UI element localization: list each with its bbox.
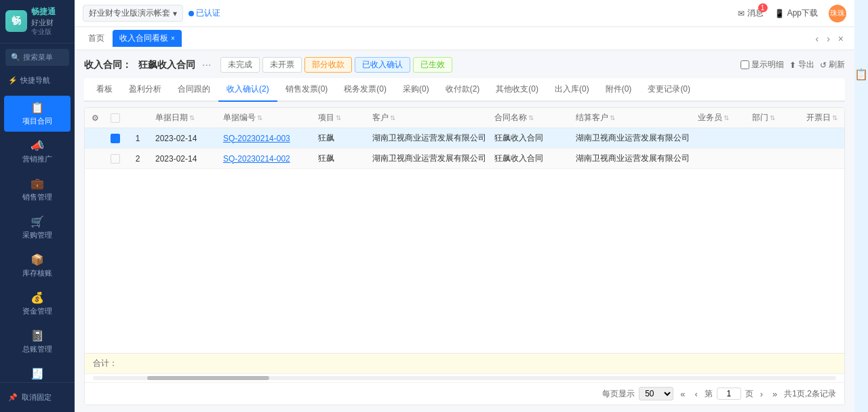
topbar-left: 好业财专业版演示帐套 ▾ 已认证 (83, 5, 220, 22)
next-page-button[interactable]: › (757, 388, 766, 400)
row1-sales (692, 128, 747, 148)
row1-set (85, 128, 105, 148)
subtab-warehouse[interactable]: 出入库(0) (547, 78, 597, 102)
row1-contract: 狂飙收入合同 (489, 128, 570, 148)
sidebar-item-marketing[interactable]: 📣 营销推广 (4, 134, 71, 170)
quick-nav-item[interactable]: ⚡ 快捷导航 (5, 73, 69, 88)
scrollbar-track (93, 376, 836, 380)
general-ledger-icon: 📓 (31, 329, 44, 342)
row2-opendate (801, 149, 844, 168)
row2-docno[interactable]: SQ-20230214-002 (218, 149, 313, 168)
subtab-profit[interactable]: 盈利分析 (121, 78, 170, 102)
horizontal-scrollbar[interactable] (85, 373, 844, 382)
subtab-payment[interactable]: 收付款(2) (437, 78, 488, 102)
sidebar-item-project-contract[interactable]: 📋 项目合同 (4, 96, 71, 132)
search-menu-button[interactable]: 🔍 搜索菜单 (5, 49, 69, 66)
subtabs: 看板 盈利分析 合同跟的 收入确认(2) 销售发票(0) 税务发票(0) 采购(… (84, 78, 845, 102)
status-confirmed[interactable]: 已收入确认 (355, 57, 410, 73)
subtab-purchase[interactable]: 采购(0) (395, 78, 437, 102)
show-detail-checkbox[interactable] (741, 60, 749, 69)
th-dept[interactable]: 部门 ⇅ (747, 108, 801, 128)
avatar: 珠珠 (829, 5, 846, 22)
message-icon: ✉ (738, 9, 745, 18)
header-checkbox[interactable] (111, 113, 120, 123)
purchase-icon: 🛒 (31, 215, 44, 228)
table-row[interactable]: 2 2023-02-14 SQ-20230214-002 狂飙 湖南卫视商业运营… (85, 149, 844, 169)
th-customer[interactable]: 客户 ⇅ (367, 108, 489, 128)
sort-docno-icon: ⇅ (257, 114, 262, 121)
subtab-contract-track[interactable]: 合同跟的 (170, 78, 218, 102)
sidebar-item-funds[interactable]: 💰 资金管理 (4, 286, 71, 322)
th-docno[interactable]: 单据编号 ⇅ (218, 108, 313, 128)
close-tab-icon[interactable]: × (171, 35, 175, 42)
row2-checkbox[interactable] (111, 154, 120, 164)
message-action[interactable]: ✉ 消息 1 (738, 7, 764, 19)
show-detail-checkbox-label[interactable]: 显示明细 (741, 59, 784, 71)
tab-close-button[interactable]: × (835, 32, 846, 45)
status-partial-received[interactable]: 部分收款 (304, 57, 352, 73)
sort-result-customer-icon: ⇅ (610, 114, 615, 121)
page-number-input[interactable] (717, 388, 741, 400)
search-icon: 🔍 (11, 53, 20, 62)
export-action[interactable]: ⬆ 导出 (789, 59, 814, 71)
contract-header: 收入合同： 狂飙收入合同 ··· 未完成 未开票 部分收款 已收入确认 已生效 … (84, 57, 845, 73)
status-in-effect[interactable]: 已生效 (413, 57, 452, 73)
subtab-sales-invoice[interactable]: 销售发票(0) (277, 78, 336, 102)
row2-dept (747, 149, 801, 168)
sidebar-item-sales[interactable]: 💼 销售管理 (4, 172, 71, 208)
row2-contract: 狂飙收入合同 (489, 149, 570, 168)
status-not-done[interactable]: 未完成 (220, 57, 260, 73)
sidebar-item-purchase[interactable]: 🛒 采购管理 (4, 210, 71, 246)
sort-date-icon: ⇅ (189, 114, 195, 121)
contract-label: 收入合同： (84, 59, 132, 71)
sidebar-item-general-ledger[interactable]: 📓 总账管理 (4, 324, 71, 360)
th-sales[interactable]: 业务员 ⇅ (692, 108, 747, 128)
row1-cb[interactable] (105, 128, 125, 148)
th-checkbox[interactable] (105, 108, 125, 128)
sidebar-item-invoice[interactable]: 🧾 发票管理 (4, 362, 71, 382)
subtab-tax-invoice[interactable]: 税务发票(0) (336, 78, 395, 102)
tab-home[interactable]: 首页 (83, 30, 110, 47)
table-row[interactable]: 1 2023-02-14 SQ-20230214-003 狂飙 湖南卫视商业运营… (85, 128, 844, 149)
first-page-button[interactable]: « (677, 388, 688, 400)
th-num (125, 108, 150, 128)
sidebar-item-inventory[interactable]: 📦 库存核账 (4, 248, 71, 284)
tab-prev-button[interactable]: ‹ (812, 32, 821, 45)
th-contract[interactable]: 合同名称 ⇅ (489, 108, 570, 128)
export-icon: ⬆ (789, 60, 796, 70)
th-project[interactable]: 项目 ⇅ (313, 108, 367, 128)
right-sidebar-icon[interactable]: 📋 (854, 68, 868, 81)
marketing-icon: 📣 (31, 139, 44, 152)
per-page-select[interactable]: 20 50 100 (639, 387, 673, 400)
company-selector[interactable]: 好业财专业版演示帐套 ▾ (83, 5, 183, 22)
tab-income-contract-board[interactable]: 收入合同看板 × (113, 30, 182, 47)
logo-text: 畅捷通 好业财 专业版 (31, 7, 56, 36)
th-opendate[interactable]: 开票日 ⇅ (801, 108, 845, 128)
th-settings[interactable]: ⚙ (85, 108, 105, 128)
invoice-icon: 🧾 (31, 367, 44, 380)
row1-checkbox[interactable] (111, 134, 120, 143)
subtab-attachments[interactable]: 附件(0) (597, 78, 640, 102)
row1-docno[interactable]: SQ-20230214-003 (218, 128, 313, 148)
last-page-button[interactable]: » (770, 388, 780, 400)
subtab-income-confirm[interactable]: 收入确认(2) (218, 78, 277, 102)
content-area: 收入合同： 狂飙收入合同 ··· 未完成 未开票 部分收款 已收入确认 已生效 … (75, 50, 854, 412)
status-not-invoiced[interactable]: 未开票 (262, 57, 302, 73)
scrollbar-thumb[interactable] (147, 376, 269, 380)
refresh-action[interactable]: ↺ 刷新 (820, 59, 845, 71)
topbar-right: ✉ 消息 1 📱 App下载 珠珠 (738, 5, 846, 22)
row2-cb[interactable] (105, 149, 125, 168)
more-icon[interactable]: ··· (202, 59, 211, 71)
subtab-overview[interactable]: 看板 (88, 78, 121, 102)
row1-customer: 湖南卫视商业运营发展有限公司 (367, 128, 489, 148)
th-result-customer[interactable]: 结算客户 ⇅ (570, 108, 692, 128)
tab-next-button[interactable]: › (824, 32, 833, 45)
prev-page-button[interactable]: ‹ (692, 388, 700, 400)
subtab-change-log[interactable]: 变更记录(0) (639, 78, 698, 102)
subtab-other-income[interactable]: 其他收支(0) (488, 78, 547, 102)
cancel-fixed-item[interactable]: 📌 取消固定 (5, 388, 69, 407)
th-date[interactable]: 单据日期 ⇅ (150, 108, 218, 128)
user-avatar-action[interactable]: 珠珠 (829, 5, 846, 22)
app-download-action[interactable]: 📱 App下载 (774, 7, 818, 19)
chevron-down-icon: ▾ (173, 9, 177, 18)
